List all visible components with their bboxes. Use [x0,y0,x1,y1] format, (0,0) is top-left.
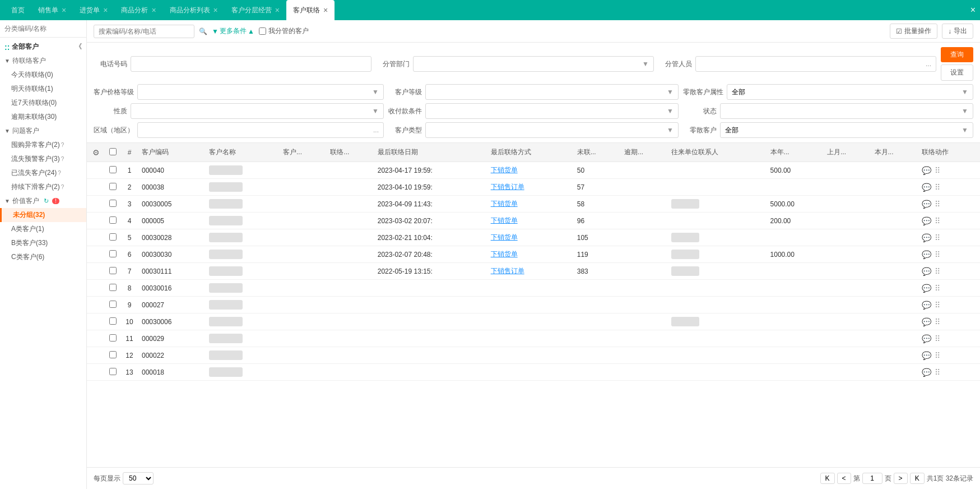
sidebar-item-7days-pending[interactable]: 近7天待联络(0) [0,96,86,110]
sidebar-item-c-class[interactable]: C类客户(6) [0,250,86,264]
method-link[interactable]: 下销货单 [491,250,518,258]
sidebar-item-lostwarning[interactable]: 流失预警客户(3) ? [0,152,86,166]
method-link[interactable]: 下销货单 [491,233,518,241]
more-icon[interactable]: ⠿ [935,351,940,360]
row-checkbox[interactable] [109,334,117,342]
contact-icon[interactable]: 💬 [922,334,931,343]
contact-icon[interactable]: 💬 [922,284,931,293]
select-all-checkbox[interactable] [109,148,117,155]
sidebar-item-b-class[interactable]: B类客户(33) [0,236,86,250]
more-icon[interactable]: ⠿ [935,200,940,209]
next-page-button[interactable]: > [894,473,908,484]
my-customers-checkbox[interactable] [259,27,266,35]
sidebar-item-declining[interactable]: 持续下滑客户(2) ? [0,180,86,194]
row-checkbox[interactable] [109,183,117,190]
method-link[interactable]: 下销货单 [491,216,518,224]
close-purchase-tab[interactable]: × [103,6,108,15]
page-input[interactable] [862,473,883,484]
close-all-tabs[interactable]: × [970,5,976,15]
row-checkbox[interactable] [109,200,117,207]
contact-icon[interactable]: 💬 [922,267,931,276]
contact-icon[interactable]: 💬 [922,250,931,259]
settings-icon[interactable]: ⚙ [92,148,100,157]
contact-icon[interactable]: 💬 [922,200,931,209]
contact-icon[interactable]: 💬 [922,166,931,175]
method-link[interactable]: 下销售订单 [491,183,524,191]
close-sales-tab[interactable]: × [62,6,66,15]
search-button[interactable]: 🔍 [199,27,207,35]
more-icon[interactable]: ⠿ [935,233,940,242]
first-page-button[interactable]: K [820,473,835,484]
sidebar-item-overdue-pending[interactable]: 逾期未联络(30) [0,110,86,124]
row-checkbox[interactable] [109,317,117,325]
more-icon[interactable]: ⠿ [935,183,940,192]
row-checkbox[interactable] [109,284,117,291]
zero-attr-select[interactable]: 全部▼ [727,84,973,100]
more-icon[interactable]: ⠿ [935,284,940,293]
row-checkbox[interactable] [109,301,117,308]
contact-icon[interactable]: 💬 [922,301,931,310]
close-product-analysis-tab[interactable]: × [151,6,156,15]
tab-product-analysis[interactable]: 商品分析 × [114,0,162,20]
phone-input[interactable] [131,56,371,72]
row-checkbox[interactable] [109,166,117,173]
page-size-select[interactable]: 50 20 100 [123,472,154,485]
tab-customer-segment[interactable]: 客户分层经营 × [225,0,286,20]
price-level-select[interactable]: ▼ [137,84,384,100]
method-link[interactable]: 下销货单 [491,166,518,174]
tab-purchase[interactable]: 进货单 × [73,0,114,20]
row-checkbox[interactable] [109,233,117,241]
customer-type-select[interactable]: ▼ [425,122,679,138]
collapse-icon[interactable]: 《 [75,42,82,52]
tab-customer-contact[interactable]: 客户联络 × [286,0,335,20]
more-icon[interactable]: ⠿ [935,317,940,326]
reset-action-button[interactable]: 设置 [941,64,973,81]
tab-product-analysis-list[interactable]: 商品分析列表 × [163,0,225,20]
customer-level-select[interactable]: ▼ [425,84,679,100]
last-page-button[interactable]: K [910,473,925,484]
dept-select[interactable]: ▼ [413,56,654,72]
tab-home[interactable]: 首页 [4,0,31,20]
sidebar-item-ungroup[interactable]: 未分组(32) [0,208,86,222]
nature-select[interactable]: ▼ [131,103,384,119]
more-icon[interactable]: ⠿ [935,267,940,276]
payment-select[interactable]: ▼ [425,103,679,119]
sidebar-item-abnormal[interactable]: 囤购异常客户(2) ? [0,138,86,152]
sidebar-item-today-pending[interactable]: 今天待联络(0) [0,68,86,82]
row-checkbox[interactable] [109,250,117,257]
value-refresh-icon[interactable]: ↻ [44,197,49,205]
method-link[interactable]: 下销售订单 [491,267,524,275]
status-select[interactable]: ▼ [720,103,973,119]
prev-page-button[interactable]: < [837,473,851,484]
method-link[interactable]: 下销货单 [491,200,518,207]
sidebar-item-lost[interactable]: 已流失客户(24) ? [0,166,86,180]
contact-icon[interactable]: 💬 [922,216,931,225]
contact-icon[interactable]: 💬 [922,317,931,326]
search-action-button[interactable]: 查询 [941,47,973,62]
more-conditions-button[interactable]: ▼ 更多条件 ▲ [212,26,254,36]
contact-icon[interactable]: 💬 [922,183,931,192]
row-checkbox[interactable] [109,267,117,274]
contact-icon[interactable]: 💬 [922,368,931,377]
person-select[interactable]: ... [695,56,936,72]
close-customer-segment-tab[interactable]: × [275,6,280,15]
more-icon[interactable]: ⠿ [935,166,940,175]
zero-customer-select[interactable]: 全部▼ [720,122,973,138]
value-group-title[interactable]: ▼ 价值客户 ↻ ! [0,194,86,208]
search-input[interactable] [94,25,194,38]
close-customer-contact-tab[interactable]: × [323,6,328,15]
sidebar-item-tomorrow-pending[interactable]: 明天待联络(1) [0,82,86,96]
more-icon[interactable]: ⠿ [935,250,940,259]
tab-sales[interactable]: 销售单 × [31,0,73,20]
more-icon[interactable]: ⠿ [935,334,940,343]
contact-icon[interactable]: 💬 [922,233,931,242]
problem-group-title[interactable]: ▼ 问题客户 [0,124,86,138]
more-icon[interactable]: ⠿ [935,368,940,377]
close-product-analysis-list-tab[interactable]: × [213,6,218,15]
row-checkbox[interactable] [109,216,117,224]
batch-op-button[interactable]: ☑ 批量操作 [890,24,937,39]
more-icon[interactable]: ⠿ [935,216,940,225]
sidebar-search-input[interactable] [4,25,87,33]
export-button[interactable]: ↓ 导出 [942,24,973,39]
more-icon[interactable]: ⠿ [935,301,940,310]
